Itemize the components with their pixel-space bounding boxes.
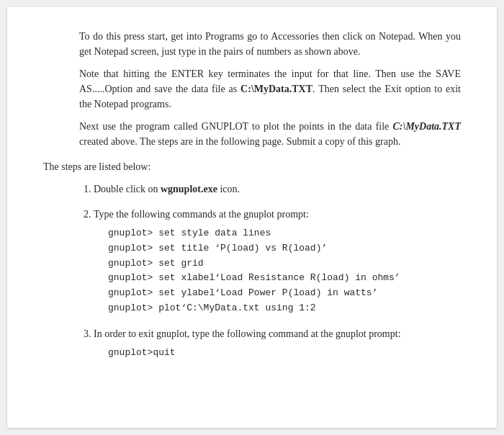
- bold-italic-path: C:\MyData.TXT: [393, 121, 462, 132]
- step-3-text: In order to exit gnuplot, type the follo…: [94, 328, 401, 339]
- step-1-text: Double click on wgnuplot.exe icon.: [94, 184, 240, 194]
- code-line-3: gnuplot> set grid: [108, 256, 461, 272]
- code-line-5: gnuplot> set ylabel‘Load Power P(load) i…: [108, 286, 461, 301]
- step-2-code: gnuplot> set style data lines gnuplot> s…: [108, 226, 461, 316]
- step-2: Type the following commands at the gnupl…: [94, 207, 461, 316]
- intro-paragraph-1: To do this press start, get into Program…: [79, 29, 461, 59]
- step-1-bold: wgnuplot.exe: [161, 184, 217, 194]
- bold-path-1: C:\MyData.TXT: [240, 84, 312, 94]
- code-line-2: gnuplot> set title ‘P(load) vs R(load)’: [108, 241, 461, 256]
- step-3-code: gnuplot>quit: [108, 346, 461, 361]
- page-container: To do this press start, get into Program…: [7, 7, 497, 428]
- code-line-4: gnuplot> set xlabel‘Load Resistance R(lo…: [108, 271, 461, 286]
- next-use-paragraph: Next use the program called GNUPLOT to p…: [79, 119, 461, 149]
- step-2-text: Type the following commands at the gnupl…: [94, 209, 309, 220]
- steps-intro: The steps are listed below:: [43, 159, 461, 174]
- code-line-quit: gnuplot>quit: [108, 346, 461, 361]
- intro-paragraph-2: Note that hitting the ENTER key terminat…: [79, 66, 461, 112]
- step-1: Double click on wgnuplot.exe icon.: [94, 181, 461, 197]
- code-line-1: gnuplot> set style data lines: [108, 226, 461, 241]
- step-3: In order to exit gnuplot, type the follo…: [94, 326, 461, 361]
- code-line-6: gnuplot> plot‘C:\MyData.txt using 1:2: [108, 301, 461, 316]
- steps-list: Double click on wgnuplot.exe icon. Type …: [79, 181, 461, 361]
